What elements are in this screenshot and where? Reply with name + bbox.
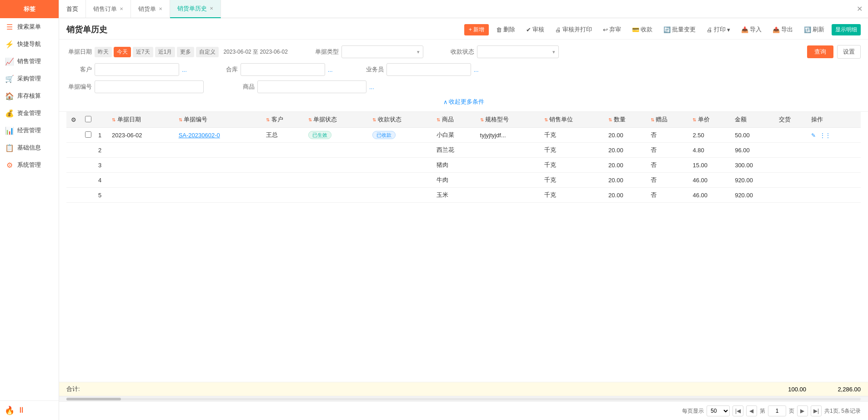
col-payment-status[interactable]: ⇅ 收款状态	[370, 112, 434, 128]
col-amount[interactable]: 金额	[732, 112, 776, 128]
audit-button[interactable]: ✔ 审核	[522, 24, 548, 35]
date-btn-more[interactable]: 更多	[177, 47, 194, 57]
col-goods[interactable]: ⇅ 商品	[434, 112, 477, 128]
row-transaction	[776, 158, 808, 173]
customer-input[interactable]	[95, 63, 179, 76]
abandon-button[interactable]: ↩ 弃审	[599, 24, 625, 35]
row-gift: 否	[648, 143, 690, 158]
collect-icon: 💳	[632, 26, 639, 33]
date-btn-7days[interactable]: 近7天	[133, 47, 153, 57]
row-spec-type	[477, 158, 542, 173]
scrollbar-track[interactable]	[66, 398, 861, 400]
col-unit-price[interactable]: ⇅ 单价	[690, 112, 732, 128]
row-amount: 920.00	[732, 173, 776, 188]
tab-sales-delivery[interactable]: 销货单 ✕	[131, 0, 170, 18]
collect-button[interactable]: 💳 收款	[628, 24, 656, 35]
salesperson-more[interactable]: ...	[474, 66, 479, 73]
tab-sales-delivery-close[interactable]: ✕	[159, 6, 162, 11]
doc-status-badge: 已生效	[308, 131, 331, 139]
sidebar-item-system[interactable]: ⚙ 系统管理	[0, 156, 59, 174]
col-gift[interactable]: ⇅ 赠品	[648, 112, 690, 128]
tab-sales-history[interactable]: 销货单历史 ✕	[170, 0, 221, 18]
row-checkbox-cell	[81, 143, 95, 158]
search-button[interactable]: 查询	[807, 45, 833, 58]
sidebar-item-purchase-mgmt[interactable]: 🛒 采购管理	[0, 70, 59, 87]
more-action-btn[interactable]: ⋮⋮	[820, 132, 831, 139]
edit-action-btn[interactable]: ✎	[811, 132, 816, 139]
doc-number-link[interactable]: SA-20230602-0	[179, 132, 220, 139]
print-dropdown-icon: ▾	[727, 26, 730, 33]
nav-close-all[interactable]: ✕	[851, 5, 868, 13]
audit-icon: ✔	[526, 26, 531, 33]
sidebar-item-search-menu[interactable]: ☰ 搜索菜单	[0, 18, 59, 35]
page-input[interactable]: 1	[768, 405, 786, 416]
next-page-btn[interactable]: ▶	[797, 405, 808, 416]
row-actions	[808, 158, 861, 173]
batch-change-button[interactable]: 🔄 批量变更	[660, 24, 699, 35]
doc-type-label: 单据类型	[313, 48, 339, 56]
col-doc-date[interactable]: ⇅ 单据日期	[109, 112, 176, 128]
payment-status-select[interactable]	[477, 45, 559, 58]
date-btn-custom[interactable]: 自定义	[196, 47, 219, 57]
col-settings[interactable]: ⚙	[66, 112, 81, 128]
salesperson-input[interactable]	[386, 63, 471, 76]
sidebar-item-fund[interactable]: 💰 资金管理	[0, 105, 59, 122]
select-all-checkbox[interactable]	[85, 116, 91, 122]
date-btn-1month[interactable]: 近1月	[155, 47, 176, 57]
goods-more[interactable]: ...	[369, 84, 374, 90]
first-page-btn[interactable]: |◀	[733, 405, 743, 416]
customer-more[interactable]: ...	[182, 66, 187, 73]
refresh-button[interactable]: 🔃 刷新	[800, 24, 828, 35]
import-button[interactable]: 📥 导入	[738, 24, 765, 35]
sort-icon: ⇅	[179, 117, 182, 122]
row-checkbox[interactable]	[85, 131, 91, 138]
col-spec-type[interactable]: ⇅ 规格型号	[477, 112, 542, 128]
sidebar-item-sales-mgmt[interactable]: 📈 销售管理	[0, 53, 59, 70]
col-doc-status[interactable]: ⇅ 单据状态	[306, 112, 370, 128]
prev-page-btn[interactable]: ◀	[746, 405, 757, 416]
table-row: 4 牛肉 千克 20.00 否 46.00 920.00	[66, 173, 861, 188]
warehouse-more[interactable]: ...	[328, 66, 333, 73]
doc-type-select[interactable]	[341, 45, 423, 58]
tab-sales-order[interactable]: 销售订单 ✕	[86, 0, 131, 18]
sidebar-item-basic-info[interactable]: 📋 基础信息	[0, 139, 59, 156]
audit-print-button[interactable]: 🖨 审核并打印	[552, 24, 596, 35]
row-customer	[263, 173, 306, 188]
last-page-btn[interactable]: ▶|	[811, 405, 822, 416]
fire-icon[interactable]: 🔥	[5, 405, 15, 415]
col-customer[interactable]: ⇅ 客户	[263, 112, 306, 128]
collapse-btn[interactable]: ∧ 收起更多条件	[66, 98, 861, 106]
goods-input[interactable]	[257, 80, 366, 93]
warehouse-input[interactable]	[241, 63, 325, 76]
pause-icon[interactable]: ⏸	[17, 405, 25, 415]
scrollbar-area[interactable]	[59, 396, 868, 401]
page-content: 销货单历史 + 新增 🗑 删除 ✔ 审核 🖨 审核并打印 ↩ 弃审	[59, 18, 868, 420]
scrollbar-thumb[interactable]	[66, 398, 121, 400]
tab-home[interactable]: 首页	[59, 0, 86, 18]
doc-number-input[interactable]	[95, 80, 204, 93]
sidebar-item-inventory[interactable]: 🏠 库存核算	[0, 87, 59, 105]
date-btn-yesterday[interactable]: 昨天	[95, 47, 112, 57]
page-size-select[interactable]: 50 100 200	[707, 405, 730, 416]
date-btn-today[interactable]: 今天	[114, 47, 131, 57]
system-icon: ⚙	[5, 161, 14, 169]
display-detail-button[interactable]: 显示明细	[832, 24, 861, 35]
salesperson-label: 业务员	[358, 65, 384, 74]
col-doc-number[interactable]: ⇅ 单据编号	[176, 112, 264, 128]
setting-button[interactable]: 设置	[837, 45, 861, 59]
tab-sales-history-close[interactable]: ✕	[210, 6, 213, 11]
col-sales-unit[interactable]: ⇅ 销售单位	[542, 112, 606, 128]
print-button[interactable]: 🖨 打印 ▾	[703, 24, 734, 35]
new-button[interactable]: + 新增	[464, 24, 489, 35]
sidebar-item-operations[interactable]: 📊 经营管理	[0, 122, 59, 139]
filter-customer: 客户 ...	[66, 63, 187, 76]
tab-sales-order-close[interactable]: ✕	[120, 6, 123, 11]
inventory-icon: 🏠	[5, 92, 14, 100]
export-button[interactable]: 📤 导出	[769, 24, 797, 35]
sidebar-item-quick-nav[interactable]: ⚡ 快捷导航	[0, 35, 59, 53]
sort-icon: ⇅	[437, 117, 440, 122]
tab-sales-delivery-label: 销货单	[138, 5, 156, 13]
col-quantity[interactable]: ⇅ 数量	[606, 112, 648, 128]
sort-icon: ⇅	[651, 117, 654, 122]
delete-button[interactable]: 🗑 删除	[492, 24, 519, 35]
